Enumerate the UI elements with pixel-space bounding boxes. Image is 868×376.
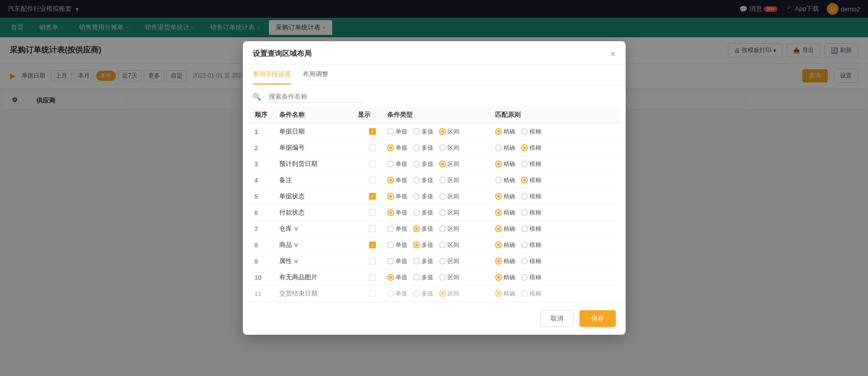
dialog-header: 设置查询区域布局 × [243, 41, 626, 65]
settings-dialog: 设置查询区域布局 × 查询字段设置 布局调整 🔍 顺序 条件名称 显示 条件类型 [243, 41, 626, 113]
search-input[interactable] [265, 91, 363, 103]
tab-layout-adjust[interactable]: 布局调整 [303, 65, 328, 84]
dialog-overlay: 设置查询区域布局 × 查询字段设置 布局调整 🔍 顺序 条件名称 显示 条件类型 [0, 0, 868, 113]
dialog-table: 顺序 条件名称 显示 条件类型 匹配原则 1单据日期✓单值多值区间精确模糊2单据… [243, 107, 626, 113]
table-header-row: 顺序 条件名称 显示 条件类型 匹配原则 [249, 107, 620, 113]
tab-query-fields[interactable]: 查询字段设置 [253, 65, 291, 84]
search-icon: 🔍 [253, 93, 261, 101]
col-order: 顺序 [255, 110, 279, 113]
col-match: 匹配原则 [495, 110, 603, 113]
dialog-title: 设置查询区域布局 [253, 49, 312, 58]
col-type: 条件类型 [387, 110, 495, 113]
col-name: 条件名称 [279, 110, 358, 113]
dialog-close-button[interactable]: × [610, 50, 616, 58]
dialog-tab-bar: 查询字段设置 布局调整 [243, 65, 626, 85]
col-show: 显示 [358, 110, 387, 113]
dialog-search-area: 🔍 [243, 85, 626, 107]
